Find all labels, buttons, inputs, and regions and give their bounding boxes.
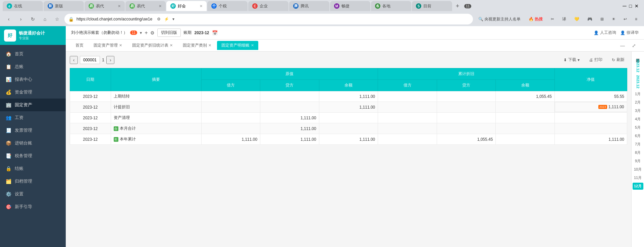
tab-close-yidai1[interactable]: ✕	[118, 4, 121, 8]
tab-fixed-asset-mgmt[interactable]: 固定资产管理 ✕	[89, 41, 126, 50]
browser-tab-haokuai[interactable]: 好 好会 ✕	[166, 1, 207, 11]
browser-tab-tengxun[interactable]: 腾 腾讯	[289, 1, 329, 11]
month-4[interactable]: 4月	[633, 116, 643, 123]
sidebar-item-reports[interactable]: 📊 报表中心	[0, 73, 66, 86]
ai-consult-btn[interactable]: 👤 人工咨询	[594, 30, 616, 36]
month-6[interactable]: 6月	[633, 132, 643, 139]
dropdown-arrow[interactable]: ▾	[140, 30, 142, 35]
sidebar-label-funds: 资金管理	[15, 89, 32, 95]
tab-close-haokuai[interactable]: ✕	[200, 4, 203, 8]
menu-btn[interactable]: ≡	[632, 16, 640, 22]
account-number-input[interactable]	[80, 56, 100, 64]
browser-tab-yidai2[interactable]: 易 易代 ✕	[125, 1, 166, 11]
browser-tab-yidai1[interactable]: 易 易代 ✕	[85, 1, 125, 11]
settings-icon-addr[interactable]: ⚙	[157, 17, 161, 21]
month-10[interactable]: 10月	[633, 166, 643, 173]
top-bar: 刘小艳演示账套（勿删勿动！） 11 ▾ + ⚙ 切到旧版 账期 2023-12 …	[66, 26, 644, 40]
game-btn[interactable]: 🎮	[585, 16, 595, 22]
sidebar-item-purchase-sales[interactable]: 📦 进销台账	[0, 137, 66, 149]
grid-btn[interactable]: ⊞	[598, 16, 606, 22]
calendar-icon[interactable]: 📅	[212, 30, 218, 36]
month-8[interactable]: 8月	[633, 149, 643, 156]
cell-dep-credit-0	[437, 91, 496, 102]
user-profile-btn[interactable]: 👤 徐译华	[620, 30, 639, 36]
minimize-btn[interactable]: ─	[623, 3, 626, 9]
cell-orig-credit-4: 1,111.00	[260, 134, 319, 145]
hot-search-button[interactable]: 🔥 热搜	[526, 15, 545, 23]
theme-btn[interactable]: ☀	[609, 16, 618, 22]
sidebar-item-invoice[interactable]: 🧾 发票管理	[0, 124, 66, 137]
monthly-total-icon: 合	[114, 126, 118, 131]
sidebar-item-tax[interactable]: 📑 税务管理	[0, 149, 66, 162]
month-5[interactable]: 5月	[633, 124, 643, 131]
dropdown-icon-addr[interactable]: ▾	[172, 17, 174, 21]
refresh-button[interactable]: ↻	[28, 14, 38, 24]
scissors-btn[interactable]: ✂	[548, 16, 557, 22]
lightning-icon[interactable]: ⚡	[164, 17, 169, 21]
th-dep-balance: 余额	[496, 80, 555, 91]
tab-label-qiye: 企业	[260, 3, 268, 9]
browser-tab-muqian[interactable]: S 目前	[412, 1, 452, 11]
home-button[interactable]: ⌂	[40, 14, 50, 24]
close-tab-category[interactable]: ✕	[208, 43, 211, 48]
switch-version-btn[interactable]: 切到旧版	[157, 28, 181, 37]
refresh-btn[interactable]: ↻ 刷新	[609, 56, 627, 64]
tab-fixed-asset-detail[interactable]: 固定资产明细账 ✕	[217, 41, 258, 50]
content-main: ‹ 1 › ⬇ 下载 ▾ 🖨 打印	[66, 52, 631, 247]
bookmark-button[interactable]: ☆	[52, 14, 62, 24]
month-3[interactable]: 3月	[633, 107, 643, 114]
download-btn[interactable]: ⬇ 下载 ▾	[561, 56, 582, 64]
sidebar-item-payroll[interactable]: 👥 工资	[0, 111, 66, 124]
back-button[interactable]: ‹	[4, 14, 13, 24]
maximize-btn[interactable]: □	[629, 3, 632, 9]
expand-btn[interactable]: ⤢	[629, 41, 639, 50]
history-btn[interactable]: ↩	[621, 16, 630, 22]
browser-tab-new[interactable]: 新 新版	[44, 1, 84, 11]
table-row: 2023-12 计提折旧 1,111.00 2023 1,111.00	[70, 102, 627, 113]
sidebar-item-ledger[interactable]: 📋 总账	[0, 60, 66, 73]
funds-icon: 💰	[5, 89, 11, 95]
browser-tab-gedi[interactable]: 各 各地	[371, 1, 411, 11]
new-tab-button[interactable]: +	[453, 1, 462, 11]
tab-home[interactable]: 首页	[71, 41, 88, 50]
browser-tab-changjie[interactable]: M 畅捷	[330, 1, 370, 11]
close-btn[interactable]: ✕	[635, 3, 639, 9]
next-page-btn[interactable]: ›	[106, 56, 114, 64]
sidebar-item-archive[interactable]: 🗂️ 归档管理	[0, 175, 66, 188]
print-btn[interactable]: 🖨 打印	[586, 56, 605, 64]
tab-close-yidai2[interactable]: ✕	[159, 4, 162, 8]
month-7[interactable]: 7月	[633, 141, 643, 148]
address-bar[interactable]: 🔒 https://cloud.chanjet.com/accounting/u…	[64, 14, 473, 24]
cell-orig-debit-0	[201, 91, 260, 102]
month-11[interactable]: 11月	[633, 174, 643, 181]
close-tab-detail[interactable]: ✕	[251, 43, 254, 48]
browser-tab-geshui[interactable]: 个 个税	[207, 1, 248, 11]
browser-tab-online[interactable]: e 在线	[3, 1, 43, 11]
close-tab-depreciation[interactable]: ✕	[170, 43, 173, 48]
month-9[interactable]: 9月	[633, 158, 643, 165]
add-account-btn[interactable]: +	[145, 30, 148, 36]
wallet-btn[interactable]: 💛	[572, 16, 582, 22]
month-1[interactable]: 1月	[633, 90, 643, 98]
sidebar-item-home[interactable]: 🏠 首页	[0, 48, 66, 60]
restore-btn[interactable]: —	[618, 41, 627, 50]
cell-orig-balance-2	[319, 113, 378, 123]
search-button[interactable]: 🔍 央视更新主持人名单	[476, 15, 523, 23]
month-2[interactable]: 2月	[633, 99, 643, 106]
sidebar-item-closing[interactable]: 🔒 结账	[0, 162, 66, 175]
prev-page-btn[interactable]: ‹	[70, 56, 78, 64]
sidebar-item-funds[interactable]: 💰 资金管理	[0, 86, 66, 99]
cell-dep-balance-0: 1,055.45	[496, 91, 555, 102]
tab-fixed-asset-depreciation[interactable]: 固定资产折旧统计表 ✕	[128, 41, 177, 50]
sidebar-item-fixed-assets[interactable]: 🏢 固定资产	[0, 99, 66, 111]
sidebar-item-guide[interactable]: 🎯 新手引导	[0, 200, 66, 213]
month-12[interactable]: 12月	[633, 183, 643, 190]
close-tab-fixed-asset-mgmt[interactable]: ✕	[119, 43, 122, 48]
fixed-asset-detail-table: 日期 摘要 原值 累计折旧 净值 借方 贷方 余额 借方 贷方 余额	[70, 68, 627, 145]
sidebar-item-settings[interactable]: ⚙️ 设置	[0, 188, 66, 200]
browser-tab-qiye[interactable]: C 企业	[248, 1, 288, 11]
tab-fixed-asset-category[interactable]: 固定资产类别 ✕	[178, 41, 216, 50]
translate-btn[interactable]: 译	[559, 15, 569, 23]
settings-top-btn[interactable]: ⚙	[150, 30, 155, 36]
forward-button[interactable]: ›	[16, 14, 25, 24]
